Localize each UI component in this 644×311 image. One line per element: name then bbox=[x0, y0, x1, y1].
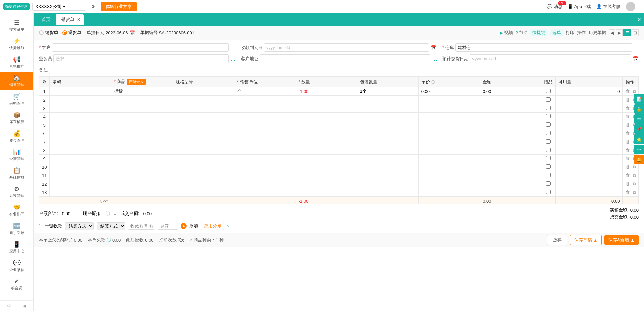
row-delete-icon[interactable]: 🗑 bbox=[626, 190, 630, 195]
action-help[interactable]: ? 帮助 bbox=[516, 30, 528, 36]
notes-input[interactable] bbox=[49, 66, 235, 74]
row-delete-icon[interactable]: 🗑 bbox=[626, 106, 630, 111]
row-spec[interactable] bbox=[173, 146, 234, 155]
salesman-dots[interactable]: ... bbox=[231, 56, 235, 62]
row-delete-icon[interactable]: 🗑 bbox=[626, 181, 630, 186]
radio-return[interactable]: 退货单 bbox=[62, 30, 81, 36]
row-gift[interactable] bbox=[541, 138, 556, 146]
row-gift[interactable] bbox=[541, 121, 556, 129]
row-pack-qty[interactable] bbox=[357, 188, 419, 197]
row-pack-qty[interactable] bbox=[357, 87, 419, 96]
row-unit-price[interactable] bbox=[418, 146, 480, 155]
row-gift[interactable] bbox=[541, 113, 556, 121]
row-barcode[interactable] bbox=[50, 104, 111, 113]
view-btn-grid[interactable]: ⊞ bbox=[632, 29, 639, 36]
row-gift[interactable] bbox=[541, 188, 556, 197]
row-amount[interactable] bbox=[480, 96, 541, 104]
row-amount[interactable] bbox=[480, 180, 541, 188]
rfp-btn-1[interactable]: 📝 bbox=[634, 94, 644, 104]
row-product[interactable] bbox=[111, 163, 173, 171]
row-unit-price[interactable] bbox=[418, 163, 480, 171]
row-pack-qty[interactable] bbox=[357, 146, 419, 155]
rfp-btn-5[interactable]: ⭐ bbox=[634, 134, 644, 144]
row-sales-unit[interactable] bbox=[234, 163, 296, 171]
row-spec[interactable] bbox=[173, 188, 234, 197]
row-product[interactable] bbox=[111, 104, 173, 113]
row-delete-icon[interactable]: 🗑 bbox=[626, 131, 630, 136]
row-barcode[interactable] bbox=[50, 155, 111, 163]
row-unit-price[interactable] bbox=[418, 96, 480, 104]
action-print[interactable]: 打印 bbox=[566, 30, 574, 36]
row-unit-price[interactable] bbox=[418, 113, 480, 121]
owe-info-icon[interactable]: ⓘ bbox=[107, 237, 111, 243]
sidebar-item-marketing[interactable]: 📢 营销推广 bbox=[0, 53, 33, 72]
row-product[interactable] bbox=[111, 121, 173, 129]
row-amount[interactable] bbox=[480, 121, 541, 129]
sidebar-item-app-center[interactable]: 📱 应用中心 bbox=[0, 238, 33, 257]
row-gift[interactable] bbox=[541, 96, 556, 104]
row-pack-qty[interactable] bbox=[357, 121, 419, 129]
online-service-button[interactable]: 👤 在线客服 bbox=[596, 4, 620, 10]
view-btn-list[interactable]: ☰ bbox=[623, 29, 631, 36]
action-operation[interactable]: 操作 bbox=[577, 30, 586, 36]
row-product[interactable] bbox=[111, 188, 173, 197]
sidebar-item-wechat[interactable]: 💬 企业微信 bbox=[0, 257, 33, 275]
row-gift[interactable] bbox=[541, 104, 556, 113]
sidebar-settings-icon[interactable]: ⚙ bbox=[7, 303, 11, 308]
row-copy-icon[interactable]: ⧉ bbox=[633, 190, 636, 195]
row-spec[interactable] bbox=[173, 138, 234, 146]
row-unit-price[interactable] bbox=[418, 188, 480, 197]
payment-amount-input[interactable] bbox=[158, 223, 178, 230]
row-barcode[interactable] bbox=[50, 96, 111, 104]
row-quantity[interactable] bbox=[296, 180, 357, 188]
action-shortcut[interactable]: 快捷键 bbox=[530, 29, 547, 36]
row-pack-qty[interactable] bbox=[357, 138, 419, 146]
expected-delivery-input[interactable] bbox=[470, 54, 631, 63]
row-barcode[interactable] bbox=[50, 129, 111, 138]
date-calendar-icon[interactable]: 📅 bbox=[129, 30, 135, 35]
row-pack-qty[interactable] bbox=[357, 180, 419, 188]
rfp-btn-6[interactable]: ✏ bbox=[634, 145, 644, 154]
row-product[interactable] bbox=[111, 171, 173, 180]
row-quantity[interactable] bbox=[296, 188, 357, 197]
row-quantity[interactable] bbox=[296, 146, 357, 155]
product-count-checkbox[interactable]: ○ bbox=[190, 238, 192, 243]
row-gift[interactable] bbox=[541, 87, 556, 96]
message-button[interactable]: 💬 消息 99+ bbox=[547, 4, 562, 10]
save-draft-button[interactable]: 保存草稿 ▲ bbox=[570, 235, 602, 245]
row-product[interactable] bbox=[111, 96, 173, 104]
row-spec[interactable] bbox=[173, 121, 234, 129]
row-quantity[interactable] bbox=[296, 87, 357, 96]
add-payment-button[interactable]: ● bbox=[181, 223, 187, 229]
row-spec[interactable] bbox=[173, 104, 234, 113]
row-gift[interactable] bbox=[541, 180, 556, 188]
sidebar-item-system[interactable]: ⚙ 系统管理 bbox=[0, 183, 33, 201]
row-unit-price[interactable] bbox=[418, 121, 480, 129]
row-sales-unit[interactable] bbox=[234, 113, 296, 121]
sidebar-item-search[interactable]: ☰ 搜索菜单 bbox=[0, 16, 33, 35]
row-sales-unit[interactable] bbox=[234, 96, 296, 104]
row-sales-unit[interactable] bbox=[234, 188, 296, 197]
row-delete-icon[interactable]: 🗑 bbox=[626, 122, 630, 127]
row-copy-icon[interactable]: ⧉ bbox=[633, 89, 636, 94]
row-amount[interactable] bbox=[480, 155, 541, 163]
row-pack-qty[interactable] bbox=[357, 163, 419, 171]
customer-input[interactable] bbox=[52, 43, 229, 52]
row-quantity[interactable] bbox=[296, 155, 357, 163]
sidebar-item-basic-info[interactable]: 📋 基础信息 bbox=[0, 164, 33, 183]
row-sales-unit[interactable] bbox=[234, 87, 296, 96]
action-select[interactable]: 选单 bbox=[550, 29, 563, 36]
row-product[interactable] bbox=[111, 87, 173, 96]
row-spec[interactable] bbox=[173, 96, 234, 104]
row-spec[interactable] bbox=[173, 171, 234, 180]
row-quantity[interactable] bbox=[296, 129, 357, 138]
row-gift[interactable] bbox=[541, 155, 556, 163]
sidebar-item-purchase[interactable]: 🛒 采购管理 bbox=[0, 90, 33, 109]
sidebar-collapse-icon[interactable]: ◀ bbox=[23, 303, 26, 308]
row-pack-qty[interactable] bbox=[357, 171, 419, 180]
view-btn-prev[interactable]: ◀ bbox=[609, 29, 615, 36]
row-pack-qty[interactable] bbox=[357, 104, 419, 113]
row-sales-unit[interactable] bbox=[234, 104, 296, 113]
scan-button[interactable]: 扫码录入 bbox=[127, 79, 146, 85]
row-quantity[interactable] bbox=[296, 104, 357, 113]
